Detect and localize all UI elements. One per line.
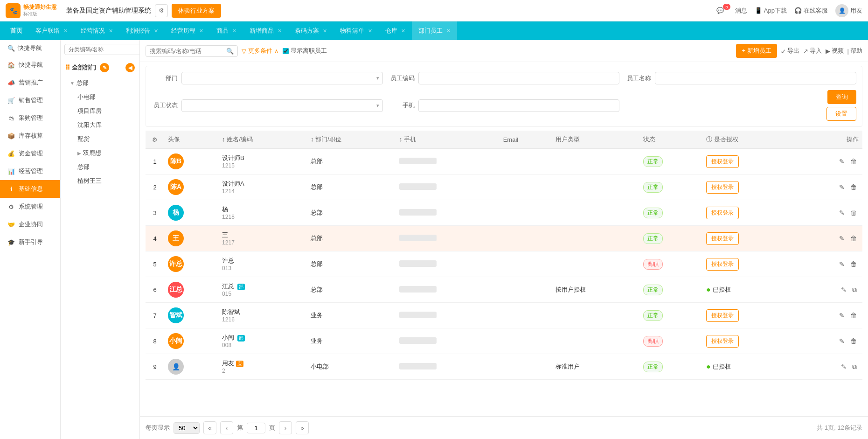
trial-button[interactable]: 体验行业方案 <box>172 4 221 18</box>
close-icon[interactable]: ✕ <box>199 28 203 34</box>
close-icon[interactable]: ✕ <box>401 28 405 34</box>
dept-collapse-btn[interactable]: ◀ <box>125 63 135 72</box>
app-download-item[interactable]: 📱 App下载 <box>755 7 787 15</box>
user-item[interactable]: 👤 用友 <box>835 4 862 17</box>
sidebar-item-collab[interactable]: 🤝 企业协同 <box>0 216 60 233</box>
import-button[interactable]: ↗ 导入 <box>803 47 822 55</box>
online-service-item[interactable]: 🎧 在线客服 <box>794 7 828 15</box>
auth-button[interactable]: 授权登录 <box>706 335 739 348</box>
show-resigned-checkbox[interactable] <box>283 48 289 54</box>
dept-tree-project[interactable]: 项目库房 <box>68 104 139 118</box>
close-icon[interactable]: ✕ <box>278 28 282 34</box>
col-phone[interactable]: ↕ 手机 <box>396 131 500 149</box>
sidebar-item-marketing[interactable]: 📣 营销推广 <box>0 74 60 91</box>
delete-button[interactable]: 🗑 <box>848 182 859 192</box>
dept-all-label[interactable]: 全部部门 <box>72 63 96 72</box>
tab-bom[interactable]: 物料清单 ✕ <box>333 21 379 40</box>
sidebar-item-sysmanage[interactable]: ⚙ 系统管理 <box>0 198 60 216</box>
emp-code-input[interactable] <box>418 72 620 84</box>
export-button[interactable]: ↙ 导出 <box>781 47 799 55</box>
auth-button[interactable]: 授权登录 <box>706 181 739 194</box>
gear-button[interactable]: ⚙ <box>155 4 168 17</box>
search-icon[interactable]: 🔍 <box>226 48 234 55</box>
dept-select[interactable] <box>181 72 383 84</box>
sidebar-item-guide[interactable]: 🎓 新手引导 <box>0 233 60 251</box>
edit-button[interactable]: ✎ <box>839 285 848 294</box>
first-page-btn[interactable]: « <box>203 421 216 434</box>
dept-tree-shenyang[interactable]: 沈阳大库 <box>68 118 139 132</box>
dept-tree-zhishu[interactable]: 植树王三 <box>68 174 139 188</box>
dept-edit-icon[interactable]: ✎ <box>100 63 109 72</box>
delete-button[interactable]: 🗑 <box>848 336 859 346</box>
tab-profit[interactable]: 利润报告 ✕ <box>119 21 165 40</box>
sidebar-item-basicinfo[interactable]: ℹ 基础信息 <box>0 180 60 198</box>
edit-button[interactable]: ✎ <box>837 311 847 320</box>
dept-tree-peihuo[interactable]: 配货 <box>68 132 139 146</box>
phone-input[interactable] <box>418 99 620 112</box>
auth-button[interactable]: 授权登录 <box>706 258 739 271</box>
dept-tree-shuanglu[interactable]: ▶ 双鹿想 <box>68 146 139 160</box>
query-button[interactable]: 查询 <box>827 90 856 104</box>
auth-button[interactable]: 授权登录 <box>706 207 739 219</box>
tab-customer[interactable]: 客户联络 ✕ <box>29 21 74 40</box>
sidebar-item-purchase[interactable]: 🛍 采购管理 <box>0 109 60 127</box>
delete-button[interactable]: 🗑 <box>848 208 859 217</box>
tab-operation[interactable]: 经营情况 ✕ <box>74 21 119 40</box>
tab-dept-employee[interactable]: 部门员工 ✕ <box>412 21 457 40</box>
dept-tree-zongbu2[interactable]: 总部 <box>68 160 139 174</box>
close-icon[interactable]: ✕ <box>368 28 372 34</box>
delete-button[interactable]: 🗑 <box>848 259 859 269</box>
copy-button[interactable]: ⧉ <box>850 285 859 295</box>
prev-page-btn[interactable]: ‹ <box>220 421 233 434</box>
edit-button[interactable]: ✎ <box>837 157 847 166</box>
copy-button[interactable]: ⧉ <box>850 362 859 372</box>
help-button[interactable]: | 帮助 <box>847 47 862 55</box>
search-menu[interactable]: 🔍 快捷导航 <box>0 40 60 56</box>
per-page-select[interactable]: 50 100 <box>174 422 200 434</box>
dept-search-input[interactable] <box>64 44 140 55</box>
dept-tree-zongbu[interactable]: ▼ 总部 <box>61 76 139 90</box>
message-item[interactable]: 💬 5 消息 <box>716 7 747 15</box>
sidebar-item-quicknav[interactable]: 🏠 快捷导航 <box>0 56 60 74</box>
page-input[interactable] <box>247 423 265 433</box>
auth-button[interactable]: 授权登录 <box>706 232 739 245</box>
close-icon[interactable]: ✕ <box>446 28 451 34</box>
close-icon[interactable]: ✕ <box>154 28 158 34</box>
set-button[interactable]: 设置 <box>826 107 856 121</box>
close-icon[interactable]: ✕ <box>63 28 68 34</box>
auth-button[interactable]: 授权登录 <box>706 309 739 322</box>
add-employee-button[interactable]: + 新增员工 <box>736 44 777 58</box>
delete-button[interactable]: 🗑 <box>848 311 859 320</box>
close-icon[interactable]: ✕ <box>109 28 113 34</box>
more-filter-btn[interactable]: ▽ 更多条件 ∧ <box>242 47 279 55</box>
col-dept[interactable]: ↕ 部门/职位 <box>307 131 396 149</box>
col-name[interactable]: ↕ 姓名/编码 <box>218 131 307 149</box>
close-icon[interactable]: ✕ <box>232 28 236 34</box>
emp-name-input[interactable] <box>655 72 856 84</box>
next-page-btn[interactable]: › <box>279 421 292 434</box>
tab-barcode[interactable]: 条码方案 ✕ <box>288 21 333 40</box>
sidebar-item-inventory[interactable]: 📦 库存核算 <box>0 127 60 145</box>
edit-button[interactable]: ✎ <box>837 182 847 192</box>
tab-home[interactable]: 首页 <box>4 21 29 40</box>
edit-button[interactable]: ✎ <box>837 259 847 269</box>
edit-button[interactable]: ✎ <box>837 234 847 243</box>
last-page-btn[interactable]: » <box>296 421 309 434</box>
sidebar-item-bizmanage[interactable]: 📊 经营管理 <box>0 162 60 180</box>
auth-button[interactable]: 授权登录 <box>706 155 739 168</box>
tab-new-goods[interactable]: 新增商品 ✕ <box>243 21 288 40</box>
edit-button[interactable]: ✎ <box>837 336 847 346</box>
tab-warehouse[interactable]: 仓库 ✕ <box>379 21 412 40</box>
dept-tree-xiaodianbU[interactable]: 小电部 <box>68 90 139 104</box>
show-resigned[interactable]: 显示离职员工 <box>283 47 327 55</box>
edit-button[interactable]: ✎ <box>839 362 848 371</box>
delete-button[interactable]: 🗑 <box>848 234 859 243</box>
sidebar-item-sales[interactable]: 🛒 销售管理 <box>0 91 60 109</box>
delete-button[interactable]: 🗑 <box>848 157 859 166</box>
close-icon[interactable]: ✕ <box>323 28 327 34</box>
tab-goods[interactable]: 商品 ✕ <box>210 21 243 40</box>
col-settings[interactable]: ⚙ <box>146 131 164 149</box>
tab-history[interactable]: 经营历程 ✕ <box>165 21 210 40</box>
emp-status-select[interactable] <box>181 99 383 112</box>
sidebar-item-finance[interactable]: 💰 资金管理 <box>0 145 60 162</box>
